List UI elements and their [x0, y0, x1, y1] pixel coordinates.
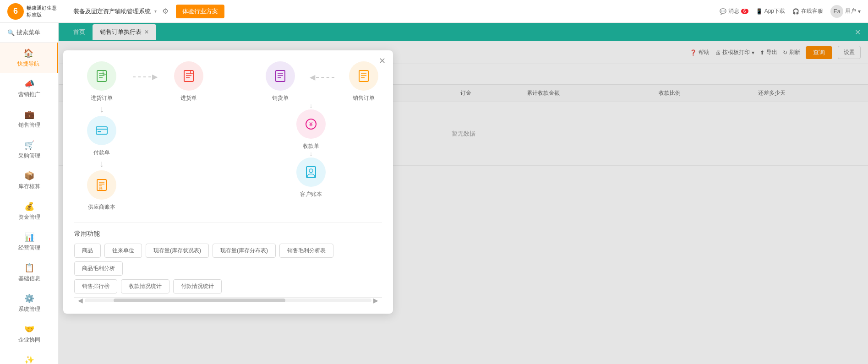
sidebar-item-basic-info[interactable]: 📋 基础信息	[0, 257, 58, 288]
arrow-down-1: ↓	[99, 102, 104, 116]
func-btn-product-profit[interactable]: 商品毛利分析	[74, 261, 123, 276]
sales-bill-label: 销货单	[272, 94, 289, 102]
right-flow: 销货单 ◀ 销售订单	[253, 61, 391, 198]
basic-info-icon: 📋	[24, 263, 34, 273]
svg-rect-4	[96, 127, 107, 134]
message-action[interactable]: 💬 消息 6	[720, 7, 748, 15]
finance-icon: 💰	[24, 201, 34, 212]
guide-icon: ✨	[24, 355, 34, 364]
flow-item-receipt[interactable]: ¥ 收款单	[284, 109, 338, 150]
scrollbar-thumb[interactable]	[114, 299, 286, 302]
sidebar-item-sales[interactable]: 💼 销售管理	[0, 104, 58, 135]
func-btn-sales-rank[interactable]: 销售排行榜	[74, 279, 117, 293]
sidebar-item-finance[interactable]: 💰 资金管理	[0, 196, 58, 227]
func-btn-product[interactable]: 商品	[74, 244, 101, 258]
func-btn-payment-stats[interactable]: 付款情况统计	[173, 279, 222, 293]
sidebar-item-label: 系统管理	[18, 305, 40, 313]
payment-circle	[87, 116, 116, 145]
logo-area: 6 畅康通好生意 标准版	[7, 3, 66, 20]
sidebar-item-inventory[interactable]: 📦 库存核算	[0, 165, 58, 196]
payment-label: 付款单	[93, 149, 110, 157]
sidebar-item-guide[interactable]: ✨ 新手引导	[0, 349, 58, 364]
sidebar-item-label: 库存核算	[18, 183, 40, 190]
user-label: 用户	[845, 7, 856, 15]
scrollbar-area[interactable]: ◀ ▶	[74, 297, 382, 303]
sidebar-search[interactable]: 🔍 搜索菜单	[0, 23, 58, 43]
system-selector[interactable]: 装备及固定资产辅助管理系统 ▾	[73, 7, 157, 16]
search-label: 搜索菜单	[16, 28, 40, 37]
settings-icon[interactable]: ⚙	[162, 7, 169, 16]
inventory-icon: 📦	[24, 171, 34, 181]
experience-button[interactable]: 体验行业方案	[176, 5, 224, 18]
flow-item-sales-bill[interactable]: 销货单	[253, 61, 308, 102]
flow-item-sales-order[interactable]: 销售订单	[336, 61, 391, 102]
user-action[interactable]: Ea 用户 ▾	[830, 5, 861, 18]
sales-order-circle	[349, 61, 378, 91]
purchase-order-label: 进货订单	[91, 94, 113, 102]
app-download-label: App下载	[764, 7, 785, 15]
func-btn-receipt-stats[interactable]: 收款情况统计	[121, 279, 169, 293]
customer-account-label: 客户账本	[300, 190, 322, 198]
sidebar-item-enterprise[interactable]: 🤝 企业协同	[0, 319, 58, 349]
supplier-account-circle: 账	[87, 170, 116, 200]
message-icon: 💬	[720, 8, 726, 15]
sidebar-item-label: 营销推广	[18, 91, 40, 98]
avatar: Ea	[830, 5, 843, 18]
func-btn-partners[interactable]: 往来单位	[104, 244, 142, 258]
sidebar-item-operations[interactable]: 📊 经营管理	[0, 227, 58, 257]
online-service-label: 在线客服	[801, 7, 823, 15]
download-icon: 📱	[756, 8, 763, 15]
purchase-bill-label: 进货单	[180, 94, 197, 102]
user-dropdown-icon: ▾	[858, 8, 861, 15]
sidebar-item-label: 销售管理	[18, 121, 40, 129]
service-icon: 🎧	[792, 8, 799, 15]
sidebar-nav: 🏠 快捷导航 📣 营销推广 💼 销售管理 🛒 采购管理 📦 库存核	[0, 43, 58, 364]
arrow-right-1: ▶	[133, 61, 158, 81]
supplier-account-label: 供应商账本	[88, 203, 115, 211]
purchase-bill-circle	[174, 61, 203, 91]
func-btn-stock-status[interactable]: 现存量(库存状况表)	[146, 244, 209, 258]
purchase-order-circle	[87, 61, 116, 91]
purchase-icon: 🛒	[24, 140, 34, 150]
sales-order-label: 销售订单	[353, 94, 375, 102]
flow-item-supplier-account[interactable]: 账 供应商账本	[74, 170, 129, 211]
app-download-action[interactable]: 📱 App下载	[756, 7, 785, 15]
flow-item-purchase-order[interactable]: 进货订单	[74, 61, 129, 102]
marketing-icon: 📣	[24, 79, 34, 89]
modal-overlay: ✕ 进货订单 ↓	[59, 23, 868, 364]
sidebar-item-marketing[interactable]: 📣 营销推广	[0, 73, 58, 104]
dropdown-arrow-icon: ▾	[154, 9, 157, 14]
receipt-circle: ¥	[296, 109, 326, 139]
sidebar-item-purchase[interactable]: 🛒 采购管理	[0, 135, 58, 165]
flow-item-purchase-bill[interactable]: 进货单	[161, 61, 216, 102]
func-btn-sales-profit[interactable]: 销售毛利分析表	[279, 244, 333, 258]
scroll-left-icon[interactable]: ◀	[78, 297, 83, 304]
sidebar: 🔍 搜索菜单 🏠 快捷导航 📣 营销推广 💼 销售管理 🛒	[0, 23, 59, 364]
svg-rect-16	[276, 71, 285, 81]
sidebar-item-label: 经营管理	[18, 244, 40, 252]
func-buttons-row1: 商品 往来单位 现存量(库存状况表) 现存量(库存分布表) 销售毛利分析表 商品…	[74, 244, 382, 276]
svg-rect-26	[306, 167, 316, 178]
sidebar-item-system[interactable]: ⚙️ 系统管理	[0, 288, 58, 319]
operations-icon: 📊	[24, 232, 34, 242]
quick-nav-modal: ✕ 进货订单 ↓	[63, 50, 393, 314]
func-buttons-row2: 销售排行榜 收款情况统计 付款情况统计	[74, 279, 382, 293]
flow-item-payment[interactable]: 付款单	[74, 116, 129, 157]
arrow-down-2: ↓	[99, 157, 104, 170]
sales-icon: 💼	[24, 109, 34, 120]
sidebar-item-label: 企业协同	[18, 336, 40, 344]
sidebar-item-quick-nav[interactable]: 🏠 快捷导航	[0, 43, 58, 73]
svg-rect-12	[184, 71, 193, 81]
scrollbar-track[interactable]	[85, 299, 371, 302]
online-service-action[interactable]: 🎧 在线客服	[792, 7, 823, 15]
sidebar-item-label: 资金管理	[18, 213, 40, 221]
content-area: 首页 销售订单执行表 ✕ ✕ ❓ 帮助 🖨 按模板打印 ▾	[59, 23, 868, 364]
func-btn-stock-dist[interactable]: 现存量(库存分布表)	[213, 244, 276, 258]
svg-rect-0	[97, 71, 106, 81]
flow-item-customer-account[interactable]: 客户账本	[284, 158, 338, 198]
scroll-right-icon[interactable]: ▶	[373, 297, 378, 304]
flow-diagram: 进货订单 ↓ 付款单	[74, 61, 382, 211]
modal-close-button[interactable]: ✕	[379, 56, 386, 66]
customer-account-circle	[296, 158, 326, 187]
receipt-label: 收款单	[303, 142, 319, 150]
